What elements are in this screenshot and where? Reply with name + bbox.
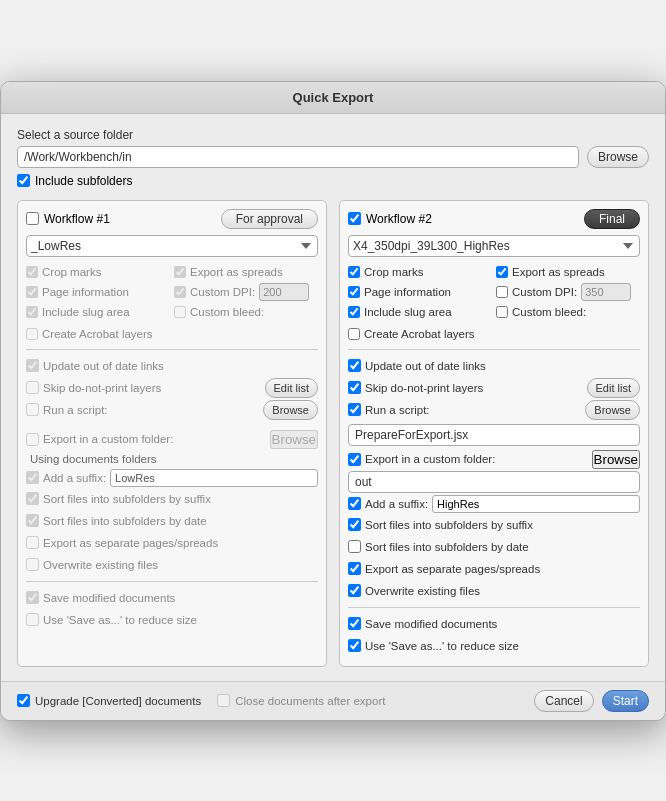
wf1-export-spreads-label: Export as spreads <box>190 266 283 278</box>
wf2-export-spreads-row: Export as spreads <box>496 263 640 281</box>
wf2-update-links-row: Update out of date links <box>348 356 640 376</box>
wf1-add-suffix-checkbox[interactable] <box>26 471 39 484</box>
wf2-page-info-checkbox[interactable] <box>348 286 360 298</box>
wf1-overwrite-checkbox[interactable] <box>26 558 39 571</box>
wf1-sort-suffix-checkbox[interactable] <box>26 492 39 505</box>
close-docs-checkbox[interactable] <box>217 694 230 707</box>
wf1-skip-layers-checkbox[interactable] <box>26 381 39 394</box>
upgrade-checkbox[interactable] <box>17 694 30 707</box>
wf2-create-layers-checkbox[interactable] <box>348 328 360 340</box>
upgrade-row: Upgrade [Converted] documents <box>17 694 201 707</box>
wf1-save-as-row: Use 'Save as...' to reduce size <box>26 610 318 630</box>
wf1-custom-dpi-checkbox[interactable] <box>174 286 186 298</box>
wf1-crop-marks-row: Crop marks <box>26 263 170 281</box>
wf1-update-links-checkbox[interactable] <box>26 359 39 372</box>
wf1-browse-folder-button[interactable]: Browse <box>270 430 318 449</box>
wf2-page-info-row: Page information <box>348 283 492 301</box>
wf1-browse-script-button[interactable]: Browse <box>263 400 318 420</box>
wf1-add-suffix-row: Add a suffix: <box>26 469 318 487</box>
wf2-skip-layers-checkbox[interactable] <box>348 381 361 394</box>
wf1-run-script-checkbox[interactable] <box>26 403 39 416</box>
workflow2-checkbox[interactable] <box>348 212 361 225</box>
wf1-export-separate-checkbox[interactable] <box>26 536 39 549</box>
wf2-browse-folder-button[interactable]: Browse <box>592 450 640 469</box>
wf2-save-as-row: Use 'Save as...' to reduce size <box>348 636 640 656</box>
wf1-run-script-label: Run a script: <box>43 404 108 416</box>
include-subfolders-label: Include subfolders <box>35 174 132 188</box>
wf2-overwrite-checkbox[interactable] <box>348 584 361 597</box>
wf2-suffix-input[interactable] <box>432 495 640 513</box>
close-row: Close documents after export <box>217 694 385 707</box>
wf2-crop-marks-label: Crop marks <box>364 266 423 278</box>
wf2-sort-date-checkbox[interactable] <box>348 540 361 553</box>
wf2-add-suffix-row: Add a suffix: <box>348 495 640 513</box>
source-browse-button[interactable]: Browse <box>587 146 649 168</box>
wf1-custom-dpi-input[interactable] <box>259 283 309 301</box>
include-subfolders-checkbox[interactable] <box>17 174 30 187</box>
wf2-save-modified-row: Save modified documents <box>348 614 640 634</box>
source-section: Select a source folder Browse Include su… <box>17 128 649 188</box>
wf1-custom-folder-checkbox[interactable] <box>26 433 39 446</box>
wf2-sort-suffix-checkbox[interactable] <box>348 518 361 531</box>
workflow2-title: Workflow #2 <box>366 212 432 226</box>
wf1-custom-bleed-checkbox[interactable] <box>174 306 186 318</box>
wf2-folder-input[interactable] <box>348 471 640 493</box>
wf1-crop-marks-checkbox[interactable] <box>26 266 38 278</box>
wf2-export-separate-checkbox[interactable] <box>348 562 361 575</box>
source-label: Select a source folder <box>17 128 649 142</box>
wf2-custom-folder-checkbox[interactable] <box>348 453 361 466</box>
quick-export-dialog: Quick Export Select a source folder Brow… <box>0 81 666 721</box>
wf1-export-spreads-checkbox[interactable] <box>174 266 186 278</box>
source-input[interactable] <box>17 146 579 168</box>
wf1-create-layers-checkbox[interactable] <box>26 328 38 340</box>
wf2-custom-dpi-input[interactable] <box>581 283 631 301</box>
wf2-save-as-checkbox[interactable] <box>348 639 361 652</box>
wf1-save-modified-row: Save modified documents <box>26 588 318 608</box>
wf2-sort-date-row: Sort files into subfolders by date <box>348 537 640 557</box>
wf2-custom-dpi-label: Custom DPI: <box>512 286 577 298</box>
wf1-suffix-input[interactable] <box>110 469 318 487</box>
wf2-export-spreads-checkbox[interactable] <box>496 266 508 278</box>
workflow2-name-button[interactable]: Final <box>584 209 640 229</box>
start-button[interactable]: Start <box>602 690 649 712</box>
wf2-save-modified-checkbox[interactable] <box>348 617 361 630</box>
wf1-save-as-checkbox[interactable] <box>26 613 39 626</box>
wf2-add-suffix-checkbox[interactable] <box>348 497 361 510</box>
wf1-save-as-label: Use 'Save as...' to reduce size <box>43 614 197 626</box>
wf1-export-spreads-row: Export as spreads <box>174 263 318 281</box>
wf2-export-separate-row: Export as separate pages/spreads <box>348 559 640 579</box>
wf1-sort-suffix-row: Sort files into subfolders by suffix <box>26 489 318 509</box>
title-bar: Quick Export <box>1 82 665 114</box>
wf2-run-script-row: Run a script: Browse <box>348 400 640 420</box>
wf2-run-script-label: Run a script: <box>365 404 430 416</box>
workflow1-title: Workflow #1 <box>44 212 110 226</box>
wf1-page-info-checkbox[interactable] <box>26 286 38 298</box>
wf1-include-slug-checkbox[interactable] <box>26 306 38 318</box>
wf2-update-links-checkbox[interactable] <box>348 359 361 372</box>
wf2-run-script-checkbox[interactable] <box>348 403 361 416</box>
wf2-script-input[interactable] <box>348 424 640 446</box>
wf1-edit-list-button[interactable]: Edit list <box>265 378 318 398</box>
wf1-include-slug-row: Include slug area <box>26 303 170 321</box>
wf2-custom-bleed-label: Custom bleed: <box>512 306 586 318</box>
wf2-crop-marks-checkbox[interactable] <box>348 266 360 278</box>
wf2-custom-bleed-checkbox[interactable] <box>496 306 508 318</box>
wf1-skip-layers-row: Skip do-not-print layers Edit list <box>26 378 318 398</box>
wf2-edit-list-button[interactable]: Edit list <box>587 378 640 398</box>
workflow1-checkbox[interactable] <box>26 212 39 225</box>
workflow1-name-button[interactable]: For approval <box>221 209 318 229</box>
workflow2-preset-select[interactable]: X4_350dpi_39L300_HighRes <box>348 235 640 257</box>
workflow1-preset-select[interactable]: _LowRes <box>26 235 318 257</box>
wf2-include-slug-checkbox[interactable] <box>348 306 360 318</box>
wf2-browse-script-button[interactable]: Browse <box>585 400 640 420</box>
wf2-custom-dpi-checkbox[interactable] <box>496 286 508 298</box>
wf1-skip-layers-label: Skip do-not-print layers <box>43 382 161 394</box>
wf2-export-separate-label: Export as separate pages/spreads <box>365 563 540 575</box>
wf1-save-modified-checkbox[interactable] <box>26 591 39 604</box>
wf1-create-layers-label: Create Acrobat layers <box>42 328 153 340</box>
wf1-sort-date-checkbox[interactable] <box>26 514 39 527</box>
cancel-button[interactable]: Cancel <box>534 690 593 712</box>
wf1-custom-folder-label: Export in a custom folder: <box>43 433 173 445</box>
bottom-bar: Upgrade [Converted] documents Close docu… <box>1 681 665 720</box>
wf2-create-layers-row: Create Acrobat layers <box>348 325 640 343</box>
